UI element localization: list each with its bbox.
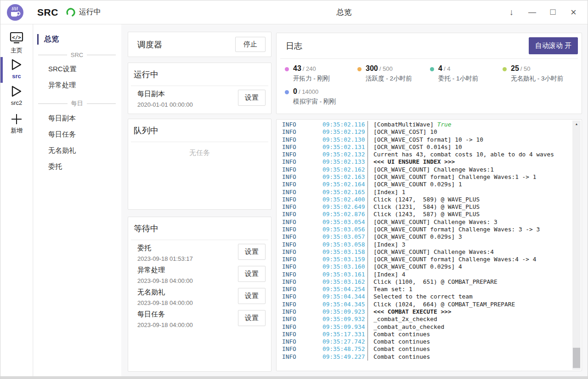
rail-item-src2[interactable]: src2 xyxy=(0,85,33,106)
log-line: INFO 09:35:03.160 [OCR_WAVE_COUNT 0.029s… xyxy=(282,263,571,270)
running-status-label: 运行中 xyxy=(79,7,101,17)
stat-total: / 500 xyxy=(379,65,393,72)
rail-label-home: 主页 xyxy=(11,46,23,55)
log-scrollbar[interactable]: ▲ xyxy=(572,121,581,370)
log-message: [OCR_WAVE_COUNT] Challenge Waves: 3 xyxy=(368,218,498,226)
waiting-task-name: 每日任务 xyxy=(137,310,238,319)
log-time: 09:35:17.331 xyxy=(322,331,368,338)
running-title: 运行中 xyxy=(134,69,158,80)
menu-item-daily-dungeon[interactable]: 每日副本 xyxy=(34,110,121,126)
log-message: [OCR_WAVE_COST 0.014s] 10 xyxy=(368,144,462,151)
log-level: INFO xyxy=(282,301,322,308)
waiting-task-info: 无名勋礼 2023-09-18 04:00:00 xyxy=(137,288,238,306)
waiting-title: 等待中 xyxy=(134,223,158,234)
scrollbar-thumb[interactable] xyxy=(573,348,580,368)
log-time: 09:35:09.934 xyxy=(322,323,368,331)
menu-item-daily-quest[interactable]: 每日任务 xyxy=(34,126,121,143)
log-level: INFO xyxy=(282,256,322,263)
log-line: INFO 09:35:03.161 [Index] 4 xyxy=(282,271,571,278)
log-level: INFO xyxy=(282,308,322,316)
log-message: [OCR_WAVE_COUNT 0.029s] 1 xyxy=(368,181,462,188)
log-time: 09:35:04.254 xyxy=(322,286,368,293)
dashboard: 43/ 240 开拓力 - 刚刚 300/ 500 活跃度 - 2小时前 4/ … xyxy=(277,59,582,110)
log-message: [Index] 3 xyxy=(368,241,405,248)
waiting-task-setting-button[interactable]: 设置 xyxy=(238,310,266,326)
log-line: INFO 09:35:02.116 [CombatMultiWave] True xyxy=(282,121,571,128)
log-message: [OCR_WAVE_COUNT 0.029s] 3 xyxy=(368,233,462,241)
log-line: INFO 09:35:48.752 Combat continues xyxy=(282,345,571,353)
running-panel: 运行中 每日副本 2020-01-01 00:00:00 设置 xyxy=(128,63,271,114)
log-line: INFO 09:35:03.158 [OCR_WAVE_COUNT] Chall… xyxy=(282,248,571,256)
log-message: Combat continues xyxy=(368,338,430,345)
log-message: [Index] 4 xyxy=(368,271,405,278)
waiting-task-time: 2023-09-18 04:00:00 xyxy=(137,299,238,306)
log-line: INFO 09:35:09.934 _combat_auto_checked xyxy=(282,323,571,331)
stat-label: 模拟宇宙 - 刚刚 xyxy=(293,98,336,106)
menu-item-src-settings[interactable]: SRC设置 xyxy=(34,61,121,77)
log-level: INFO xyxy=(282,128,322,136)
menu-item-nameless-honor[interactable]: 无名勋礼 xyxy=(34,143,121,159)
log-line: INFO 09:35:03.162 Click (1100, 651) @ CO… xyxy=(282,278,571,286)
log-level: INFO xyxy=(282,278,322,286)
log-time: 09:35:03.160 xyxy=(322,263,368,270)
close-button[interactable]: × xyxy=(563,0,584,24)
menu-item-assignment[interactable]: 委托 xyxy=(34,159,121,175)
log-line: INFO 09:35:02.164 [OCR_WAVE_COUNT 0.029s… xyxy=(282,181,571,188)
log-message: _combat_2x_checked xyxy=(368,316,437,323)
rail-item-add[interactable]: 新增 xyxy=(0,114,33,135)
log-level: INFO xyxy=(282,166,322,173)
minimize-button[interactable]: — xyxy=(522,0,543,24)
log-message: [OCR_WAVE_COUNT format] Challenge Waves:… xyxy=(368,173,536,181)
waiting-task-setting-button[interactable]: 设置 xyxy=(238,244,266,260)
app-name: SRC xyxy=(37,7,58,18)
log-line: INFO 09:35:02.130 [OCR_WAVE_COST format]… xyxy=(282,136,571,144)
log-line: INFO 09:35:02.133 <<< UI ENSURE INDEX >>… xyxy=(282,158,571,166)
rail-label-src2: src2 xyxy=(11,99,23,106)
play-icon xyxy=(11,85,23,98)
log-line: INFO 09:35:02.400 Click (1247, 589) @ WA… xyxy=(282,196,571,203)
nav-rail: </> 主页 src src2 新增 xyxy=(0,24,33,376)
menu-item-error-handling[interactable]: 异常处理 xyxy=(34,77,121,93)
log-viewer: INFO 09:35:02.116 [CombatMultiWave] True… xyxy=(276,119,582,371)
log-line: INFO 09:35:03.058 [Index] 3 xyxy=(282,241,571,248)
log-level: INFO xyxy=(282,203,322,211)
log-level: INFO xyxy=(282,136,322,144)
menu-group-daily-label: 每日 xyxy=(68,99,87,108)
log-level: INFO xyxy=(282,196,322,203)
log-message: Click (1247, 589) @ WAVE_PLUS xyxy=(368,196,480,203)
log-message: Team set: 1 xyxy=(368,286,413,293)
autoscroll-toggle-button[interactable]: 自动滚动 开 xyxy=(529,37,578,54)
log-line: INFO 09:35:17.331 Combat continues xyxy=(282,331,571,338)
log-message: _combat_auto_checked xyxy=(368,323,444,331)
log-time: 09:35:03.054 xyxy=(322,218,368,226)
stat-total: / 240 xyxy=(303,65,316,72)
log-level: INFO xyxy=(282,211,322,218)
stat-total: / 50 xyxy=(520,65,531,72)
log-message: Click (1100, 651) @ COMBAT_PREPARE xyxy=(368,278,498,286)
running-task-setting-button[interactable]: 设置 xyxy=(238,90,266,106)
waiting-task-row: 委托 2023-09-18 01:53:17 设置 xyxy=(137,244,266,262)
rail-item-src[interactable]: src xyxy=(0,58,33,80)
download-update-button[interactable]: ↓ xyxy=(501,0,522,24)
log-line: INFO 09:35:03.054 [OCR_WAVE_COUNT] Chall… xyxy=(282,218,571,226)
waiting-task-setting-button[interactable]: 设置 xyxy=(238,266,266,282)
plus-icon xyxy=(11,114,22,125)
rail-label-add: 新增 xyxy=(11,126,23,135)
log-line: INFO 09:35:02.649 Click (1231, 584) @ WA… xyxy=(282,203,571,211)
stat-label: 开拓力 - 刚刚 xyxy=(293,75,330,83)
dashboard-item-assignment: 4/ 4 委托 - 1小时前 xyxy=(430,64,503,83)
log-time: 09:35:02.164 xyxy=(322,181,368,188)
rail-item-home[interactable]: </> 主页 xyxy=(0,32,33,55)
log-time: 09:35:02.131 xyxy=(322,144,368,151)
log-message: <<< COMBAT EXECUTE >>> xyxy=(368,308,452,316)
log-title: 日志 xyxy=(286,40,302,52)
queue-panel: 队列中 无任务 xyxy=(128,119,271,210)
stop-button[interactable]: 停止 xyxy=(235,37,266,52)
menu-item-overview[interactable]: 总览 xyxy=(34,34,121,46)
log-message: [OCR_WAVE_COST format] 10 -> 10 xyxy=(368,136,483,144)
scrollbar-up-arrow[interactable]: ▲ xyxy=(572,121,581,127)
log-line: INFO 09:35:04.345 Click (1024, 664) @ CO… xyxy=(282,301,571,308)
log-message: [OCR_WAVE_COUNT 0.029s] 4 xyxy=(368,263,462,270)
waiting-task-setting-button[interactable]: 设置 xyxy=(238,288,266,304)
maximize-button[interactable]: □ xyxy=(543,0,563,24)
